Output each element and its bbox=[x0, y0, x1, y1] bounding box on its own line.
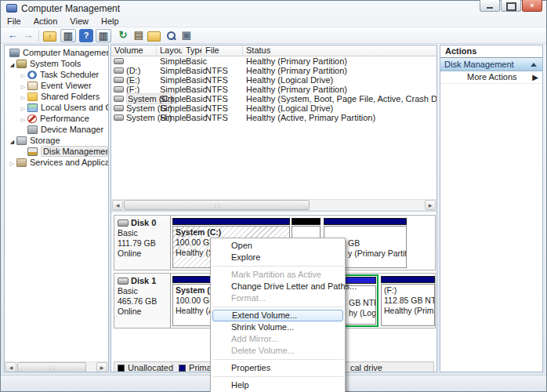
refresh-icon[interactable]: ↻ bbox=[116, 29, 130, 42]
show-action-pane-icon[interactable]: ▥ bbox=[96, 29, 111, 42]
sidebar-item-label: Local Users and Groups bbox=[41, 103, 108, 112]
legend-unallocated: Unallocated bbox=[118, 363, 173, 372]
volume-row[interactable]: System (G:) Simple Basic NTFS Healthy (L… bbox=[111, 103, 437, 113]
sidebar-item-label: Performance bbox=[40, 114, 89, 123]
menu-item-change-drive-letter[interactable]: Change Drive Letter and Paths... bbox=[211, 281, 345, 292]
toolbar-separator bbox=[38, 30, 39, 42]
tree-horizontal-scrollbar[interactable]: ◀ ▶ bbox=[5, 361, 108, 372]
sidebar-item-shared-folders[interactable]: Shared Folders bbox=[5, 91, 108, 102]
sidebar-item-label: Services and Applications bbox=[30, 158, 108, 167]
volume-list-horizontal-scrollbar[interactable]: ◀ ▶ bbox=[111, 199, 437, 209]
menu-item-help[interactable]: Help bbox=[211, 379, 345, 391]
up-one-level-icon[interactable]: ↑ bbox=[43, 31, 56, 42]
window-title: Computer Management bbox=[21, 3, 120, 14]
partition-f[interactable]: (F:) 112.85 GB NTFS Healthy (Primar bbox=[381, 276, 435, 326]
toolbar: ← → ↑ ▥ ? ▥ ↻ ▤ ▣ bbox=[1, 27, 546, 44]
menu-view[interactable]: View bbox=[63, 16, 95, 26]
forward-icon[interactable]: → bbox=[21, 29, 35, 42]
drive-icon bbox=[114, 114, 124, 121]
sidebar-item-device-manager[interactable]: Device Manager bbox=[5, 124, 108, 135]
menu-item-open[interactable]: Open bbox=[211, 240, 345, 252]
column-header-file-system[interactable]: File System bbox=[202, 45, 243, 56]
expander-icon[interactable] bbox=[19, 114, 27, 123]
pane-splitter[interactable] bbox=[111, 210, 437, 212]
search-icon[interactable] bbox=[164, 29, 178, 42]
back-icon[interactable]: ← bbox=[5, 29, 20, 42]
expander-icon[interactable] bbox=[19, 81, 27, 90]
sidebar-item-event-viewer[interactable]: Event Viewer bbox=[5, 80, 108, 91]
column-header-type[interactable]: Type bbox=[183, 45, 202, 56]
volume-row[interactable]: Simple Basic Healthy (Primary Partition) bbox=[111, 56, 437, 66]
column-header-status[interactable]: Status bbox=[243, 45, 437, 56]
scroll-left-icon[interactable]: ◀ bbox=[112, 200, 123, 210]
expander-icon[interactable] bbox=[19, 92, 27, 101]
sidebar-item-storage[interactable]: Storage bbox=[5, 135, 108, 146]
menu-item-properties[interactable]: Properties bbox=[211, 362, 345, 374]
sidebar-item-performance[interactable]: Performance bbox=[5, 113, 108, 124]
chevron-up-icon[interactable] bbox=[531, 63, 537, 67]
volume-row[interactable]: (D:) Simple Basic NTFS Healthy (Primary … bbox=[111, 66, 437, 75]
scrollbar-thumb[interactable] bbox=[17, 362, 86, 372]
sidebar-item-task-scheduler[interactable]: Task Scheduler bbox=[5, 69, 108, 80]
expander-icon[interactable] bbox=[8, 158, 16, 167]
volume-row[interactable]: System (H:) Simple Basic NTFS Healthy (A… bbox=[111, 113, 437, 122]
unallocated-bar bbox=[292, 218, 321, 225]
scroll-left-icon[interactable]: ◀ bbox=[5, 362, 16, 372]
window-controls: × bbox=[479, 0, 542, 12]
maximize-button[interactable] bbox=[501, 0, 521, 12]
device-manager-icon bbox=[27, 125, 38, 134]
system-tools-icon bbox=[16, 60, 27, 68]
sidebar-item-label: System Tools bbox=[30, 59, 81, 68]
sidebar-item-system-tools[interactable]: System Tools bbox=[5, 58, 108, 69]
disk-1-header[interactable]: Disk 1 Basic 465.76 GB Online bbox=[114, 274, 171, 328]
disk-size: 465.76 GB bbox=[118, 296, 170, 307]
menu-item-add-mirror[interactable]: Add Mirror... bbox=[211, 333, 345, 345]
disk-icon bbox=[118, 220, 129, 227]
disk-settings-icon[interactable]: ▣ bbox=[179, 29, 194, 42]
menu-item-extend-volume[interactable]: Extend Volume... bbox=[212, 310, 343, 321]
menu-item-delete-volume[interactable]: Delete Volume... bbox=[211, 345, 345, 357]
column-header-volume[interactable]: Volume bbox=[111, 45, 157, 56]
minimize-button[interactable] bbox=[480, 0, 500, 12]
expander-icon[interactable] bbox=[8, 136, 16, 145]
help-icon[interactable]: ? bbox=[79, 29, 93, 42]
menu-item-explore[interactable]: Explore bbox=[211, 252, 345, 263]
column-header-layout[interactable]: Layout bbox=[157, 45, 183, 56]
disk-icon bbox=[118, 278, 129, 285]
show-console-tree-icon[interactable]: ▥ bbox=[60, 29, 76, 42]
disk-state: Online bbox=[118, 249, 170, 259]
sidebar-item-local-users-and-groups[interactable]: Local Users and Groups bbox=[5, 102, 108, 113]
menu-file[interactable]: File bbox=[1, 16, 27, 26]
close-button[interactable]: × bbox=[522, 0, 542, 12]
more-actions-item[interactable]: More Actions ▶ bbox=[440, 71, 542, 84]
scroll-right-icon[interactable]: ▶ bbox=[425, 200, 436, 210]
scrollbar-thumb[interactable] bbox=[124, 200, 310, 210]
disk-0-header[interactable]: Disk 0 Basic 111.79 GB Online bbox=[114, 216, 171, 270]
menu-action[interactable]: Action bbox=[27, 16, 64, 26]
expander-icon[interactable] bbox=[19, 70, 27, 79]
drive-icon bbox=[114, 67, 124, 74]
menu-separator bbox=[212, 376, 343, 377]
actions-group-disk-management[interactable]: Disk Management bbox=[440, 58, 542, 71]
expander-icon[interactable] bbox=[19, 103, 27, 112]
menu-separator bbox=[212, 359, 343, 360]
drive-icon bbox=[114, 77, 124, 83]
scroll-right-icon[interactable]: ▶ bbox=[96, 362, 107, 372]
primary-partition-bar bbox=[381, 276, 435, 283]
properties-icon[interactable]: ▤ bbox=[132, 29, 146, 42]
drive-icon bbox=[114, 105, 124, 111]
sidebar-item-computer-management[interactable]: Computer Management (Local bbox=[5, 47, 108, 58]
menu-help[interactable]: Help bbox=[95, 16, 125, 26]
expander-icon[interactable] bbox=[8, 59, 16, 68]
volume-list: Simple Basic Healthy (Primary Partition)… bbox=[111, 56, 437, 122]
volume-row[interactable]: (E:) Simple Basic NTFS Healthy (Logical … bbox=[111, 75, 437, 85]
menu-item-mark-partition-as-active[interactable]: Mark Partition as Active bbox=[211, 269, 345, 281]
disk-kind: Basic bbox=[118, 228, 170, 238]
sidebar-item-label: Storage bbox=[30, 136, 60, 145]
sidebar-item-services-and-applications[interactable]: Services and Applications bbox=[5, 157, 108, 168]
volume-row-system-c[interactable]: System (C:) Simple Basic NTFS Healthy (S… bbox=[111, 94, 437, 103]
menu-item-shrink-volume[interactable]: Shrink Volume... bbox=[211, 321, 345, 333]
sidebar-item-disk-management[interactable]: Disk Management bbox=[5, 146, 108, 157]
menu-item-format[interactable]: Format... bbox=[211, 292, 345, 304]
open-folder-icon[interactable] bbox=[147, 31, 161, 42]
